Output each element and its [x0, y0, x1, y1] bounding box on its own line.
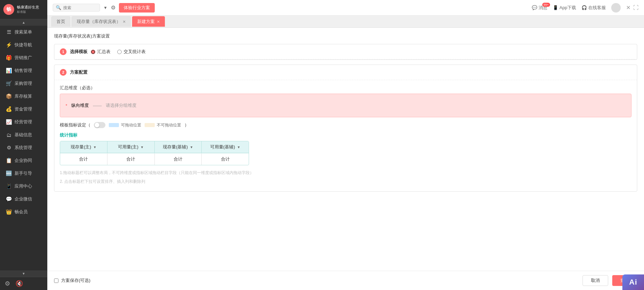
main-area: 🔍 ▼ ⚙ 体验行业方案 💬 消息 99+ 📱 App下载 🎧 在线客服	[47, 0, 644, 290]
sidebar-item-quick-nav[interactable]: ⚡ 快捷导航	[0, 39, 47, 51]
app-edition: 标准版	[17, 10, 39, 14]
sidebar-item-appstore[interactable]: 📱 应用中心	[0, 180, 47, 193]
save-checkbox[interactable]	[54, 279, 58, 283]
app-download-badge[interactable]: 📱 App下载	[553, 5, 576, 11]
stats-table: 现存量(主) ▼ 可用量(主) ▼ 现存量(基辅) ▼	[60, 141, 249, 165]
tab-close-new-plan[interactable]: ✕	[157, 20, 160, 24]
sidebar-item-contract[interactable]: 📋 企业协同	[0, 154, 47, 167]
online-service-badge[interactable]: 🎧 在线客服	[581, 5, 606, 11]
radio-summary[interactable]: 汇总表	[91, 49, 110, 55]
sidebar-item-member[interactable]: 👑 畅会员	[0, 206, 47, 218]
sidebar-item-wechat[interactable]: 💬 企业微信	[0, 193, 47, 206]
phone-icon: 📱	[553, 5, 558, 10]
sidebar-item-purchase[interactable]: 🛒 采购管理	[0, 77, 47, 90]
message-count: 99+	[542, 3, 550, 7]
step1-badge: 1	[60, 48, 67, 55]
dimension-name: 纵向维度	[71, 102, 89, 108]
trial-button[interactable]: 体验行业方案	[119, 3, 155, 13]
topbar: 🔍 ▼ ⚙ 体验行业方案 💬 消息 99+ 📱 App下载 🎧 在线客服	[47, 0, 644, 16]
sidebar-item-newbie[interactable]: 🆕 新手引导	[0, 167, 47, 180]
step2-header: 2 方案配置	[54, 65, 637, 80]
save-option: 方案保存(可选)	[54, 277, 91, 284]
search-menu-icon: ☰	[6, 29, 12, 35]
settings-icon[interactable]: ⚙	[5, 280, 10, 287]
tips-section: 1.拖动标题栏可以调整布局，不可跨维度或指标区域拖动栏目字段（只能在同一维度或指…	[60, 169, 631, 185]
home-tab-label: 首页	[56, 19, 65, 25]
sidebar-item-label: 畅会员	[15, 209, 28, 215]
sidebar-item-system[interactable]: ⚙ 系统管理	[0, 141, 47, 154]
sidebar-scroll-down[interactable]: ▼	[0, 270, 47, 277]
marketing-icon: 🎁	[6, 55, 12, 61]
sidebar-item-inventory[interactable]: 📦 库存核算	[0, 90, 47, 103]
step2-section: 2 方案配置 汇总维度（必选） * 纵向维度 —— 请选择分组维度	[54, 65, 637, 192]
sidebar-item-label: 采购管理	[15, 80, 32, 87]
sidebar-item-basic[interactable]: 🗂 基础信息	[0, 128, 47, 141]
radio-summary-input[interactable]	[91, 50, 95, 54]
tab-inventory-status[interactable]: 现存量（库存状况表） ✕	[72, 16, 131, 27]
tab-close-inventory[interactable]: ✕	[123, 20, 126, 24]
step2-body: 汇总维度（必选） * 纵向维度 —— 请选择分组维度 模板指标设定（	[54, 80, 637, 191]
window-controls: ✕ ⛶	[626, 4, 639, 11]
stats-header-cell-2[interactable]: 现存量(基辅) ▼	[155, 141, 202, 153]
stats-header-cell-0[interactable]: 现存量(主) ▼	[60, 141, 107, 153]
sidebar-item-label: 营销推广	[15, 55, 32, 61]
sidebar-item-search-menu[interactable]: ☰ 搜索菜单	[0, 26, 47, 39]
stats-cell-0-1: 合计	[107, 153, 155, 165]
sidebar-item-label: 快捷导航	[15, 42, 32, 48]
content-area: 现存量(库存状况表)方案设置 1 选择模板 汇总表 交叉统计表	[47, 28, 644, 271]
tab-new-plan[interactable]: 新建方案 ✕	[132, 16, 165, 27]
stats-col-2-label: 现存量(基辅)	[163, 144, 188, 150]
sidebar-scroll-up[interactable]: ▲	[0, 19, 47, 26]
stats-col-1-label: 可用量(主)	[118, 144, 139, 150]
headset-icon: 🎧	[581, 5, 587, 10]
app-logo: 畅 畅康通好生意 标准版	[0, 0, 47, 19]
tabbar: 首页 现存量（库存状况表） ✕ 新建方案 ✕	[47, 16, 644, 28]
stats-col-0-label: 现存量(主)	[71, 144, 91, 150]
draggable-color-box	[109, 123, 119, 127]
sidebar-item-label: 系统管理	[15, 145, 32, 151]
sidebar-item-sales[interactable]: 📊 销售管理	[0, 64, 47, 77]
draggable-toggle[interactable]	[94, 122, 105, 128]
finance-icon: 💰	[6, 106, 12, 112]
message-icon: 💬	[532, 5, 537, 10]
sidebar-item-marketing[interactable]: 🎁 营销推广	[0, 51, 47, 64]
radio-summary-label: 汇总表	[97, 49, 110, 55]
topbar-gear-icon[interactable]: ⚙	[111, 4, 116, 11]
search-input[interactable]	[63, 5, 97, 10]
stats-header-cell-1[interactable]: 可用量(主) ▼	[107, 141, 155, 153]
tab-home[interactable]: 首页	[51, 16, 70, 27]
new-plan-tab-label: 新建方案	[137, 19, 155, 25]
required-marker: *	[66, 103, 67, 108]
stats-header-cell-3[interactable]: 可用量(基辅) ▼	[202, 141, 249, 153]
sidebar-item-operation[interactable]: 📈 经营管理	[0, 116, 47, 128]
volume-icon[interactable]: 🔇	[16, 280, 23, 287]
ai-badge[interactable]: Ai	[622, 274, 644, 290]
topbar-search-box[interactable]: 🔍	[53, 4, 100, 11]
topbar-left: 🔍 ▼ ⚙ 体验行业方案	[53, 3, 155, 13]
online-service-label: 在线客服	[588, 5, 606, 11]
message-badge[interactable]: 💬 消息 99+	[532, 5, 547, 11]
close-paren: ）	[184, 122, 189, 128]
operation-icon: 📈	[6, 119, 12, 125]
user-avatar[interactable]	[611, 3, 621, 13]
fixed-legend: 不可拖动位置	[145, 122, 181, 128]
stats-cell-0-2: 合计	[155, 153, 202, 165]
sidebar-item-finance[interactable]: 💰 资金管理	[0, 103, 47, 116]
wechat-icon: 💬	[6, 196, 12, 202]
close-icon[interactable]: ✕	[626, 4, 630, 11]
bottom-bar: 方案保存(可选) 取消 查询	[47, 271, 644, 290]
stats-cell-0-3: 合计	[202, 153, 249, 165]
basic-icon: 🗂	[6, 132, 12, 138]
cancel-button[interactable]: 取消	[583, 275, 608, 286]
dimension-box[interactable]: * 纵向维度 —— 请选择分组维度	[60, 94, 631, 117]
sidebar-nav: ☰ 搜索菜单 ⚡ 快捷导航 🎁 营销推广 📊 销售管理 🛒 采购管理 📦 库存核…	[0, 26, 47, 270]
stats-data-row-0: 合计 合计 合计 合计	[60, 153, 249, 165]
radio-cross-label: 交叉统计表	[124, 49, 146, 55]
radio-cross-input[interactable]	[117, 50, 122, 54]
chevron-down-icon: ▼	[103, 5, 107, 10]
topbar-dropdown[interactable]: ▼	[103, 5, 107, 10]
tip-1: 1.拖动标题栏可以调整布局，不可跨维度或指标区域拖动栏目字段（只能在同一维度或指…	[60, 169, 631, 177]
toggle-knob	[95, 123, 99, 127]
expand-icon[interactable]: ⛶	[633, 5, 639, 11]
radio-cross[interactable]: 交叉统计表	[117, 49, 146, 55]
